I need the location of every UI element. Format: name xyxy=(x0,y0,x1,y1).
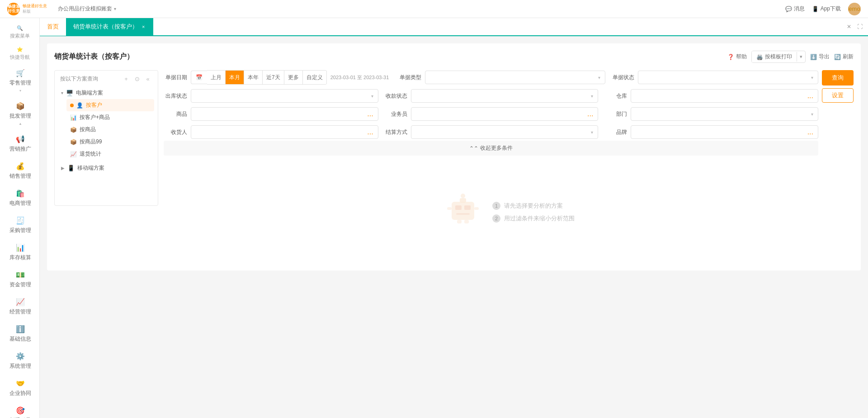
date-input[interactable]: 📅 xyxy=(191,71,207,84)
export-icon: ⬇️ xyxy=(810,54,817,60)
search-menu-btn[interactable]: 🔍 搜索菜单 xyxy=(0,22,39,43)
tab-home[interactable]: 首页 xyxy=(40,18,66,36)
user-avatar[interactable]: demo2 xyxy=(848,3,861,15)
scheme-add-btn[interactable]: + xyxy=(122,74,131,83)
head-actions: ❓ 帮助 🖨️ 按模板打印 ▾ ⬇️ xyxy=(727,51,854,63)
dept-select[interactable]: ▾ xyxy=(631,107,818,121)
template-print-btn[interactable]: 🖨️ 按模板打印 xyxy=(752,51,797,62)
tab-close-btn[interactable]: × xyxy=(141,24,146,30)
collapse-btn[interactable]: ⌃⌃ 收起更多条件 xyxy=(164,141,818,156)
bill-type-select[interactable]: ▾ xyxy=(425,71,605,84)
date-filter-item: 单据日期 📅 上月 本月 xyxy=(164,70,392,85)
nav-collab[interactable]: 🤝 企业协同 xyxy=(0,375,39,402)
salesman-ellipsis[interactable]: ... xyxy=(587,110,593,118)
top-bar: 畅捷通好生意 畅捷通好生意标版 办公用品行业模拟账套 ▾ 💬 消息 📱 App下… xyxy=(0,0,868,18)
receiver-select[interactable]: ... xyxy=(191,125,378,139)
operation-icon: 📈 xyxy=(16,298,25,306)
main-card: 销货单统计表（按客户） ❓ 帮助 🖨️ 按模板打印 xyxy=(47,43,861,271)
goods-ellipsis[interactable]: ... xyxy=(367,110,373,118)
app-download-btn[interactable]: 📱 App下载 xyxy=(812,5,841,13)
mobile-expand-arrow: ▶ xyxy=(61,166,65,171)
scheme-item-by-goods-99[interactable]: 📦 按商品99 xyxy=(66,136,154,148)
scheme-collapse-btn[interactable]: « xyxy=(143,74,152,83)
scheme-header: 按以下方案查询 + ⊙ « xyxy=(58,74,154,83)
nav-retail[interactable]: 🛒 零售管理 ▾ xyxy=(0,64,39,97)
hint-2-num: 2 xyxy=(492,214,500,223)
inner-layout: 按以下方案查询 + ⊙ « ▾ 🖥️ xyxy=(54,70,854,263)
nav-ecommerce[interactable]: 🛍️ 电商管理 xyxy=(0,185,39,212)
scheme-mobile-group[interactable]: ▶ 📱 移动端方案 xyxy=(58,162,154,174)
refresh-btn[interactable]: 🔄 刷新 xyxy=(834,53,854,61)
window-close-btn[interactable]: ✕ xyxy=(844,22,854,31)
scheme-desktop-group[interactable]: ▾ 🖥️ 电脑端方案 xyxy=(58,87,154,99)
query-actions: 查询 设置 xyxy=(822,70,854,103)
set-btn[interactable]: 设置 xyxy=(822,88,854,103)
guide-icon: 🎯 xyxy=(16,406,25,415)
receiver-filter: 收货人 ... xyxy=(164,125,378,139)
receipt-status-select[interactable]: ▾ xyxy=(411,89,599,103)
date-7days-btn[interactable]: 近7天 xyxy=(263,71,284,84)
nav-guide[interactable]: 🎯 新手引导 xyxy=(0,402,39,418)
template-print-arrow[interactable]: ▾ xyxy=(797,52,805,62)
settlement-arrow: ▾ xyxy=(591,130,593,135)
salesman-select[interactable]: ... xyxy=(411,107,599,121)
bill-type-filter: 单据类型 ▾ xyxy=(398,71,605,84)
nav-sales[interactable]: 💰 销售管理 xyxy=(0,157,39,185)
scheme-item-by-customer-goods[interactable]: 📊 按客户+商品 xyxy=(66,111,154,124)
brand-ellipsis[interactable]: ... xyxy=(807,128,813,136)
by-customer-icon: 👤 xyxy=(76,102,83,109)
goods-select[interactable]: ... xyxy=(191,107,378,121)
page-title: 销货单统计表（按客户） xyxy=(54,52,134,62)
svg-rect-9 xyxy=(464,220,469,223)
query-btn[interactable]: 查询 xyxy=(822,70,854,86)
bill-status-select[interactable]: ▾ xyxy=(638,71,818,84)
nav-marketing[interactable]: 📢 营销推广 xyxy=(0,130,39,157)
svg-rect-2 xyxy=(464,205,471,210)
bill-type-arrow: ▾ xyxy=(598,75,600,80)
nav-inventory[interactable]: 📊 库存核算 xyxy=(0,239,39,266)
export-btn[interactable]: ⬇️ 导出 xyxy=(810,53,830,61)
nav-basic-info[interactable]: ℹ️ 基础信息 xyxy=(0,320,39,347)
print-icon: 🖨️ xyxy=(756,54,763,60)
brand-select[interactable]: ... xyxy=(631,125,818,139)
query-area: 单据日期 📅 上月 本月 xyxy=(164,70,854,156)
nav-finance[interactable]: 💵 资金管理 xyxy=(0,266,39,293)
filter-row-1: 单据日期 📅 上月 本月 xyxy=(164,70,818,85)
date-more-btn[interactable]: 更多 xyxy=(284,71,303,84)
scheme-item-by-customer[interactable]: 👤 按客户 xyxy=(66,99,154,111)
nav-system[interactable]: ⚙️ 系统管理 xyxy=(0,347,39,375)
date-prev-month-btn[interactable]: 上月 xyxy=(207,71,226,84)
nav-operation[interactable]: 📈 经营管理 xyxy=(0,293,39,320)
date-year-btn[interactable]: 本年 xyxy=(244,71,263,84)
warehouse-ellipsis[interactable]: ... xyxy=(807,92,813,100)
date-quick-btns: 上月 本月 本年 近7天 更多 自定义 xyxy=(207,70,327,85)
scheme-settings-btn[interactable]: ⊙ xyxy=(132,74,142,83)
settlement-select[interactable]: ▾ xyxy=(411,125,599,139)
out-status-select[interactable]: ▾ xyxy=(191,89,378,103)
date-filter-control: 📅 上月 本月 本年 近7天 更多 xyxy=(191,70,392,85)
wholesale-icon: 📦 xyxy=(16,102,25,110)
goods-filter: 商品 ... xyxy=(164,107,378,121)
logo-icon: 畅捷通好生意 xyxy=(7,3,20,15)
quick-nav-btn[interactable]: ⭐ 快捷导航 xyxy=(0,43,39,64)
warehouse-select[interactable]: ... xyxy=(631,89,818,103)
date-custom-btn[interactable]: 自定义 xyxy=(303,71,326,84)
tab-sales-stats[interactable]: 销货单统计表（按客户） × xyxy=(66,18,153,36)
app-title[interactable]: 办公用品行业模拟账套 ▾ xyxy=(58,5,116,13)
out-status-arrow: ▾ xyxy=(371,94,373,99)
page-head: 销货单统计表（按客户） ❓ 帮助 🖨️ 按模板打印 xyxy=(54,51,854,63)
window-maximize-btn[interactable]: ⛶ xyxy=(855,22,864,31)
date-month-btn[interactable]: 本月 xyxy=(226,71,244,84)
scheme-item-by-goods[interactable]: 📦 按商品 xyxy=(66,124,154,136)
help-btn[interactable]: ❓ 帮助 xyxy=(727,53,747,61)
right-main: 单据日期 📅 上月 本月 xyxy=(164,70,854,263)
nav-wholesale[interactable]: 📦 批发管理 ▲ xyxy=(0,97,39,130)
receiver-ellipsis[interactable]: ... xyxy=(367,128,373,136)
message-btn[interactable]: 💬 消息 xyxy=(785,5,805,13)
empty-hints: 1 请先选择要分析的方案 2 用过滤条件来缩小分析范围 xyxy=(492,202,575,223)
tabs-row: 首页 销货单统计表（按客户） × ✕ ⛶ xyxy=(40,18,868,36)
calendar-icon: 📅 xyxy=(196,74,203,81)
by-goods-99-icon: 📦 xyxy=(70,139,77,145)
scheme-item-refund-stats[interactable]: 📈 退货统计 xyxy=(66,148,154,160)
nav-purchase[interactable]: 🧾 采购管理 xyxy=(0,212,39,239)
